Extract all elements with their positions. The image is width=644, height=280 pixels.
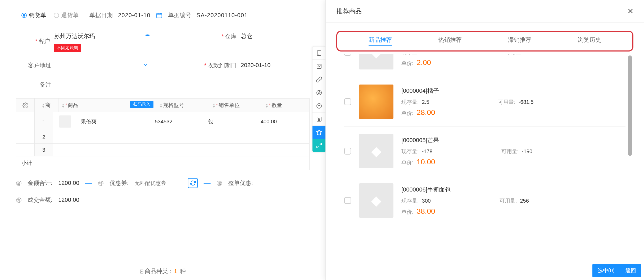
toolbar-expand-button[interactable] — [312, 139, 326, 152]
vertical-toolbar — [312, 46, 326, 152]
table-row[interactable]: 1 果倍爽 534532 包 400.00 — [16, 112, 309, 131]
selected-count-button[interactable]: 选中(0) — [592, 264, 620, 277]
col-product-label: 商品 — [68, 102, 78, 109]
item-checkbox[interactable] — [344, 54, 351, 56]
svg-line-16 — [317, 146, 319, 148]
back-button[interactable]: 返回 — [620, 264, 641, 277]
item-name: [0000006]手撕面包 — [401, 186, 625, 194]
customer-input[interactable] — [54, 31, 151, 42]
avail-value: -681.5 — [519, 99, 534, 105]
minus-icon: — — [85, 179, 92, 187]
col-qty[interactable]: ▴▾*数量 — [262, 99, 299, 112]
customer-address-input[interactable] — [56, 60, 151, 71]
item-checkbox[interactable] — [344, 197, 351, 204]
kind-label: 商品种类 : — [145, 268, 171, 274]
toolbar-reject-button[interactable] — [312, 99, 326, 113]
list-item[interactable]: [0000004]橘子 现存量:2.5 可用量:-681.5 单价:28.00 — [344, 77, 625, 127]
tab-sales-order[interactable]: 销货单 — [21, 11, 46, 19]
calendar-icon — [156, 12, 163, 19]
radio-sales-icon — [21, 13, 27, 18]
price-value: 10.00 — [417, 158, 435, 166]
toolbar-link-button[interactable] — [312, 73, 326, 86]
recommend-tabs-highlight: 新品推荐 热销推荐 滞销推荐 浏览历史 — [326, 23, 644, 54]
stock-label: 现存量: — [401, 54, 419, 55]
list-item[interactable]: ◆ 250ml 现存量:19952 可用量:19903 单价:2.00 — [344, 54, 625, 77]
tab-browse-history[interactable]: 浏览历史 — [578, 36, 601, 46]
close-icon[interactable]: ✕ — [627, 7, 633, 16]
kind-unit: 种 — [180, 268, 186, 274]
row-qty[interactable]: 400.00 — [257, 112, 294, 131]
customer-address-field: 客户地址 — [16, 60, 151, 71]
price-value: 38.00 — [417, 207, 435, 215]
form-row-1: *客户 ••• 不固定账期 *仓库 — [16, 31, 310, 52]
item-thumb-placeholder: ◆ — [359, 183, 393, 218]
toolbar-chart-button[interactable] — [312, 60, 326, 73]
col-spec-label: 规格型号 — [163, 102, 184, 109]
product-thumb — [59, 115, 71, 128]
list-item[interactable]: ◆ [0000005]芒果 现存量:-178 可用量:-190 单价:10.00 — [344, 127, 625, 176]
avail-value: 19903 — [526, 54, 541, 55]
toolbar-transfer-button[interactable] — [312, 86, 326, 99]
svg-point-11 — [317, 104, 321, 108]
remark-label: 备注 — [40, 81, 51, 88]
table-row[interactable]: 3 — [16, 144, 309, 156]
scan-input-button[interactable]: 扫码录入 — [130, 101, 153, 108]
row-product-name[interactable]: 果倍爽 — [77, 112, 151, 131]
row-unit[interactable]: 包 — [204, 112, 257, 131]
avail-label: 可用量: — [500, 198, 517, 204]
customer-field: *客户 ••• 不固定账期 — [16, 31, 151, 52]
deal-value: 1200.00 — [58, 197, 79, 203]
toolbar-notes-button[interactable] — [312, 46, 326, 60]
stock-value: -178 — [422, 148, 433, 154]
tab-return-label: 退货单 — [61, 11, 79, 19]
item-thumb-placeholder: ◆ — [359, 134, 393, 168]
avail-value: -190 — [522, 148, 532, 154]
doc-date-field[interactable]: 单据日期 2020-01-10 — [89, 11, 163, 19]
recommend-list[interactable]: ◆ 250ml 现存量:19952 可用量:19903 单价:2.00 [000… — [326, 54, 644, 252]
col-product[interactable]: ▴▾*商品 扫码录入 — [58, 99, 156, 112]
col-image[interactable]: ▴▾商 — [35, 99, 58, 112]
tab-new-recommend[interactable]: 新品推荐 — [369, 36, 392, 46]
tab-hot-recommend[interactable]: 热销推荐 — [438, 36, 462, 46]
row-index: 2 — [35, 131, 53, 143]
svg-line-15 — [320, 143, 321, 145]
whole-discount-label: 整单优惠: — [228, 179, 253, 187]
col-spec[interactable]: ▴▾规格型号 — [156, 99, 209, 112]
toolbar-favorite-button[interactable] — [312, 126, 326, 139]
warehouse-input[interactable] — [241, 31, 336, 42]
deal-icon: ㊮ — [16, 196, 22, 204]
stock-value: 300 — [422, 198, 431, 204]
doc-no-label: 单据编号 — [168, 11, 191, 19]
price-label: 单价: — [401, 60, 414, 66]
item-thumb-orange — [359, 85, 393, 119]
list-item[interactable]: ◆ [0000006]手撕面包 现存量:300 可用量:256 单价:38.00 — [344, 176, 625, 225]
ellipsis-icon[interactable]: ••• — [145, 32, 149, 38]
main-form-area: 销货单 退货单 单据日期 2020-01-10 单据编号 SA-20200110… — [0, 0, 325, 209]
tab-slow-recommend[interactable]: 滞销推荐 — [508, 36, 531, 46]
total-label: 金额合计: — [28, 179, 52, 187]
recommend-panel-footer: 选中(0) 返回 — [592, 264, 641, 277]
chevron-down-icon[interactable] — [143, 62, 148, 68]
kind-count: 1 — [174, 268, 177, 274]
col-image-label: 商 — [45, 102, 51, 109]
remark-input[interactable] — [56, 79, 151, 90]
row-spec[interactable]: 534532 — [151, 112, 204, 131]
table-row[interactable]: 2 — [16, 131, 309, 144]
due-date-label: 收款到期日 — [207, 62, 237, 69]
customer-address-label: 客户地址 — [28, 62, 51, 69]
settings-column[interactable] — [16, 99, 35, 112]
currency-icon: ㊎ — [16, 179, 22, 187]
recommend-tabs: 新品推荐 热销推荐 滞销推荐 浏览历史 — [336, 31, 633, 52]
toolbar-money-button[interactable] — [312, 113, 326, 126]
recommend-panel-title: 推荐商品 — [336, 7, 362, 16]
tab-return-order[interactable]: 退货单 — [54, 11, 79, 19]
table-footer: 小计 — [16, 156, 309, 170]
item-checkbox[interactable] — [344, 98, 351, 105]
coupon-input[interactable] — [134, 180, 182, 186]
price-label: 单价: — [401, 209, 414, 215]
price-label: 单价: — [401, 110, 414, 116]
scrollbar[interactable] — [628, 55, 632, 156]
col-unit[interactable]: ▴▾*销售单位 — [209, 99, 262, 112]
refresh-coupon-button[interactable] — [188, 178, 198, 188]
item-checkbox[interactable] — [344, 148, 351, 155]
